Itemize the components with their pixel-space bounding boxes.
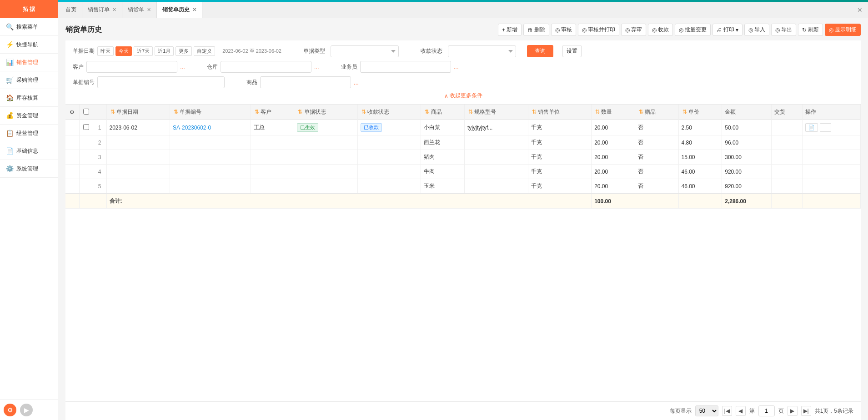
current-page-input[interactable]: 1 [758,405,775,416]
date-btn-custom[interactable]: 自定义 [194,46,215,56]
filter-goods-input[interactable] [260,76,351,88]
order-no-link-1[interactable]: SA-20230602-0 [173,125,211,131]
row-checkbox-1[interactable] [83,124,89,130]
refresh-label: 刷新 [808,26,819,34]
date-btn-1month[interactable]: 近1月 [155,46,174,56]
tab-sales-history-close[interactable]: ✕ [192,7,196,13]
sidebar-item-basic-info[interactable]: 📄 基础信息 [0,142,58,160]
th-qty[interactable]: ⇅ 数量 [592,105,635,120]
sidebar-item-finance-mgmt[interactable]: 💰 资金管理 [0,107,58,125]
td-date-3 [106,150,170,165]
query-button[interactable]: 查询 [527,45,553,57]
th-spec[interactable]: ⇅ 规格型号 [465,105,528,120]
td-check-4[interactable] [79,165,93,179]
td-gear-2 [65,135,79,150]
main-content: 首页 销售订单 ✕ 销货单 ✕ 销货单历史 ✕ ✕ 销货单历史 + [58,0,868,420]
td-num-3: 3 [93,150,106,165]
settings-button[interactable]: 设置 [562,45,582,57]
next-page-btn[interactable]: ▶ [788,406,798,416]
td-check-1[interactable] [79,120,93,135]
print-button[interactable]: 🖨 打印 ▾ [712,24,743,36]
add-button[interactable]: + 新增 [498,24,522,36]
date-range-display: 2023-06-02 至 2023-06-02 [222,48,281,55]
refresh-button[interactable]: ↻ 刷新 [798,24,823,36]
delete-button[interactable]: 🗑 删除 [523,24,549,36]
quick-nav-icon: ⚡ [5,40,14,49]
audit-button[interactable]: ◎ 审核 [551,24,576,36]
td-customer-1: 王总 [251,120,294,135]
td-order-no-1: SA-20230602-0 [170,120,251,135]
sidebar-collapse-btn[interactable]: ▶ [20,404,33,416]
show-detail-button[interactable]: ◎ 显示明细 [825,24,861,36]
last-page-btn[interactable]: ▶| [801,406,811,416]
td-spec-1: tyjyjtyjtyf... [465,120,528,135]
tab-sales-order-close[interactable]: ✕ [112,7,116,13]
tab-sales-order[interactable]: 销售订单 ✕ [82,2,122,18]
th-date[interactable]: ⇅ 单据日期 [106,105,170,120]
goods-ellipsis[interactable]: ... [354,79,359,86]
filter-payment-select[interactable] [448,45,516,57]
first-page-btn[interactable]: |◀ [722,406,732,416]
td-sales-unit-2: 千克 [528,135,592,150]
tab-sales-goods-close[interactable]: ✕ [147,7,151,13]
td-payment-status-2 [357,135,421,150]
tab-sales-history-label: 销货单历史 [162,6,190,14]
row-more-btn-1[interactable]: ⋯ [820,123,831,132]
filter-warehouse-input[interactable] [221,61,311,73]
batch-change-button[interactable]: ◎ 批量变更 [675,24,711,36]
row-edit-btn-1[interactable]: 📄 [805,123,818,132]
th-payment-status[interactable]: ⇅ 收款状态 [357,105,421,120]
payment-button[interactable]: ◎ 收款 [648,24,673,36]
filter-customer-input[interactable] [86,61,177,73]
date-btn-yesterday[interactable]: 昨天 [97,46,114,56]
prev-page-btn[interactable]: ◀ [736,406,746,416]
th-gear[interactable]: ⚙ [65,105,79,120]
th-check[interactable] [79,105,93,120]
date-btn-7days[interactable]: 近7天 [134,46,153,56]
tab-home[interactable]: 首页 [60,2,82,18]
date-btn-more[interactable]: 更多 [176,46,192,56]
td-check-5[interactable] [79,179,93,194]
tab-window-close-btn[interactable]: ✕ [857,6,863,14]
td-check-3[interactable] [79,150,93,165]
td-num-2: 2 [93,135,106,150]
td-sales-unit-4: 千克 [528,165,592,179]
td-order-status-3 [294,150,358,165]
th-unit-price[interactable]: ⇅ 单价 [678,105,722,120]
sidebar-item-search-menu[interactable]: 🔍 搜索菜单 [0,18,58,36]
tab-sales-goods[interactable]: 销货单 ✕ [122,2,157,18]
warehouse-ellipsis[interactable]: ... [314,64,319,70]
sidebar-expand-btn[interactable]: ⚙ [4,404,16,416]
tab-sales-history[interactable]: 销货单历史 ✕ [157,2,202,18]
date-btn-today[interactable]: 今天 [115,46,132,56]
sidebar-item-sales-mgmt[interactable]: 📊 销售管理 [0,54,58,71]
th-gift[interactable]: ⇅ 赠品 [635,105,678,120]
th-order-status[interactable]: ⇅ 单据状态 [294,105,358,120]
filter-staff-input[interactable] [360,61,451,73]
customer-ellipsis[interactable]: ... [180,64,185,70]
filter-type-select[interactable] [331,45,399,57]
td-num-1: 1 [93,120,106,135]
per-page-select[interactable]: 50 20 100 [695,405,718,416]
td-check-2[interactable] [79,135,93,150]
sidebar-item-purchase-mgmt[interactable]: 🛒 采购管理 [0,71,58,89]
import-button[interactable]: ◎ 导入 [744,24,769,36]
sidebar-item-quick-nav[interactable]: ⚡ 快捷导航 [0,36,58,54]
export-button[interactable]: ◎ 导出 [771,24,796,36]
staff-ellipsis[interactable]: ... [454,64,459,70]
th-customer[interactable]: ⇅ 客户 [251,105,294,120]
collapse-btn[interactable]: ∧ 收起更多条件 [73,92,853,100]
th-sales-unit[interactable]: ⇅ 销售单位 [528,105,592,120]
abandon-button[interactable]: ◎ 弃审 [621,24,646,36]
sidebar-item-inventory[interactable]: 🏠 库存核算 [0,89,58,107]
audit-print-button[interactable]: ◎ 审核并打印 [578,24,619,36]
filter-order-no-input[interactable] [97,76,225,88]
td-unit-price-3: 15.00 [678,150,722,165]
select-all-checkbox[interactable] [83,109,89,115]
sidebar-item-operations[interactable]: 📋 经营管理 [0,125,58,142]
th-goods[interactable]: ⇅ 商品 [421,105,465,120]
filter-order-no-field: 单据编号 [73,76,225,88]
sidebar-item-system-mgmt[interactable]: ⚙️ 系统管理 [0,160,58,178]
filter-staff-label: 业务员 [341,63,357,71]
th-order-no[interactable]: ⇅ 单据编号 [170,105,251,120]
